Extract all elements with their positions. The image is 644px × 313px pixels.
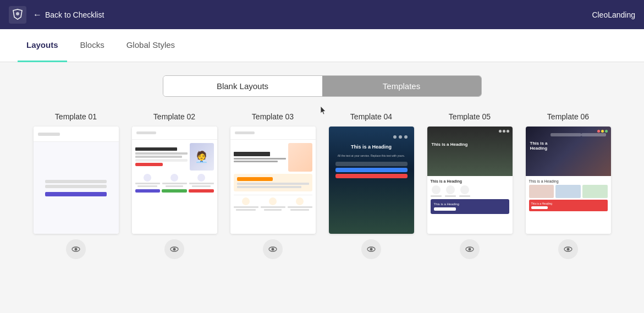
logo-icon — [9, 6, 26, 24]
tabs-bar: Layouts Blocks Global Styles — [0, 29, 644, 62]
template-04-thumbnail[interactable]: This is a Heading All the text at your s… — [329, 127, 414, 234]
template-04-preview-button[interactable] — [361, 239, 381, 259]
template-05-label: Template 05 — [449, 112, 491, 121]
template-03-preview-button[interactable] — [263, 239, 283, 259]
template-05-preview-button[interactable] — [460, 239, 480, 259]
back-arrow-icon: ← — [33, 10, 42, 20]
eye-icon — [367, 245, 376, 254]
svg-point-13 — [567, 248, 570, 251]
tab-global-styles[interactable]: Global Styles — [118, 29, 184, 62]
template-02-preview-button[interactable] — [164, 239, 184, 259]
layout-toggle-group: Blank Layouts Templates — [163, 75, 482, 97]
svg-point-9 — [370, 248, 373, 251]
svg-point-7 — [272, 248, 274, 251]
template-05-thumbnail[interactable]: This is a Heading This is a Heading This… — [427, 127, 513, 234]
back-to-checklist-label: Back to Checklist — [45, 10, 104, 19]
blank-layouts-button[interactable]: Blank Layouts — [163, 76, 322, 96]
template-card-02: Template 02 — [132, 112, 217, 259]
eye-icon — [170, 245, 179, 254]
template-02-label: Template 02 — [153, 112, 195, 121]
eye-icon — [465, 245, 474, 254]
eye-icon — [71, 245, 80, 254]
svg-point-11 — [469, 248, 471, 251]
back-to-checklist-link[interactable]: ← Back to Checklist — [33, 10, 104, 20]
eye-icon — [268, 245, 277, 254]
svg-point-5 — [173, 248, 176, 251]
template-card-05: Template 05 This is a Heading This is a … — [427, 112, 513, 259]
template-04-label: Template 04 — [350, 112, 392, 121]
eye-icon — [564, 245, 573, 254]
template-01-label: Template 01 — [55, 112, 97, 121]
main-content: Blank Layouts Templates Template 01 — [0, 62, 644, 313]
header: ← Back to Checklist CleoLanding — [0, 0, 644, 29]
template-card-04: Template 04 This is a Heading All the te… — [329, 112, 414, 259]
template-02-thumbnail[interactable]: 🧑‍💼 — [132, 127, 217, 234]
template-01-preview-button[interactable] — [66, 239, 86, 259]
templates-button[interactable]: Templates — [322, 76, 481, 96]
template-06-label: Template 06 — [547, 112, 589, 121]
template-06-thumbnail[interactable]: This is a Heading This is a Heading This… — [526, 127, 611, 234]
svg-point-1 — [16, 12, 19, 15]
header-left: ← Back to Checklist — [9, 6, 104, 24]
tab-layouts[interactable]: Layouts — [18, 29, 67, 62]
template-01-thumbnail[interactable] — [34, 127, 119, 234]
tab-blocks[interactable]: Blocks — [71, 29, 113, 62]
template-03-label: Template 03 — [252, 112, 294, 121]
template-card-03: Template 03 — [230, 112, 316, 259]
template-03-thumbnail[interactable] — [230, 127, 316, 234]
templates-grid: Template 01 — [18, 112, 626, 259]
template-card-01: Template 01 — [34, 112, 119, 259]
template-06-preview-button[interactable] — [558, 239, 578, 259]
site-name: CleoLanding — [592, 10, 635, 19]
template-card-06: Template 06 This is a Heading — [526, 112, 611, 259]
svg-point-3 — [75, 248, 78, 251]
